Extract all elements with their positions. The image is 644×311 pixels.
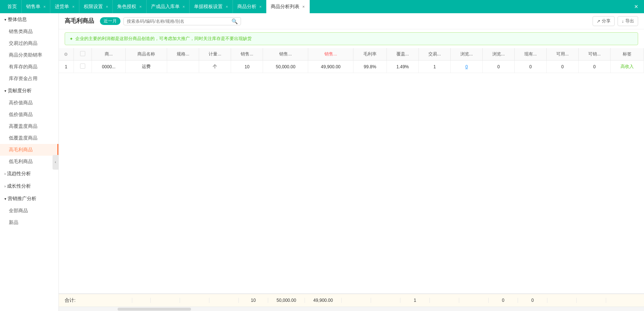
nav-tab-home[interactable]: 首页 [3,0,22,13]
sidebar-group-contribution[interactable]: ▾ 贡献度分析 [0,84,58,97]
browse1-link[interactable]: 0 [465,64,468,69]
col-settings[interactable]: ⚙ [59,48,73,61]
col-code[interactable]: 商... [92,48,126,61]
sidebar-item-category-sales-rate[interactable]: 商品分类助销率 [0,49,58,61]
sidebar-group-overall[interactable]: ▾ 整体信息 [0,13,58,26]
nav-tab-goods-analysis[interactable]: 商品分析 × [233,0,266,13]
col-sellable[interactable]: 可销... [579,48,611,61]
sidebar-item-low-coverage[interactable]: 低覆盖度商品 [0,132,58,144]
export-button[interactable]: ↓ 导出 [618,16,638,26]
cell-current-stock: 0 [515,61,547,73]
sidebar-item-stock-capital[interactable]: 库存资金占用 [0,73,58,84]
cell-available: 0 [547,61,579,73]
close-role-tab[interactable]: × [139,4,141,9]
sidebar-group-growth[interactable]: › 成长性分析 [0,180,58,192]
col-sales-qty[interactable]: 销售... [231,48,263,61]
nav-tab-role[interactable]: 角色授权 × [113,0,146,13]
nav-tab-sales[interactable]: 销售单 × [22,0,50,13]
col-name[interactable]: 商品名称 [126,48,167,61]
scrollbar-thumb[interactable] [118,308,191,311]
close-sales-tab[interactable]: × [43,4,46,9]
nav-tab-template-label: 单据模板设置 [194,3,223,10]
nav-tab-finished-goods[interactable]: 产成品入库单 × [147,0,190,13]
sidebar-item-traded-goods[interactable]: 交易过的商品 [0,37,58,49]
col-available[interactable]: 可用... [547,48,579,61]
col-checkbox [73,48,92,61]
page-title: 高毛利商品 [65,17,94,25]
cell-checkbox[interactable] [73,61,92,73]
sidebar-item-new-goods[interactable]: 新品 [0,217,58,228]
sidebar-item-low-margin[interactable]: 低毛利商品 [0,156,58,167]
close-goods-analysis-list-tab[interactable]: × [302,4,305,9]
share-button[interactable]: ↗ 分享 [593,16,615,26]
footer-cell-empty5 [209,298,239,303]
cell-unit: 个 [199,61,231,73]
col-gross-rate[interactable]: 毛利率 [353,48,387,61]
cell-sellable: 0 [579,61,611,73]
close-goods-analysis-tab[interactable]: × [259,4,262,9]
sidebar-group-overall-label: 整体信息 [8,16,27,23]
arrow-contribution: ▾ [4,89,6,93]
sidebar-item-low-value[interactable]: 低价值商品 [0,109,58,120]
nav-tab-sales-label: 销售单 [26,3,40,10]
cell-sales-profit: 49,900.00 [308,61,353,73]
col-sales-amount[interactable]: 销售... [263,48,308,61]
sidebar-item-high-coverage[interactable]: 高覆盖度商品 [0,120,58,132]
time-filter-button[interactable]: 近一月 [100,17,120,25]
col-sales-profit[interactable]: 销售... [308,48,353,61]
table-container: ⚙ 商... 商品名称 规格... 计量... 销售... 销售... 销售..… [59,48,644,293]
col-browse1[interactable]: 浏览... [451,48,483,61]
sidebar-group-trend[interactable]: › 流趋性分析 [0,167,58,180]
cell-tag: 高收入 [611,61,644,73]
header-checkbox[interactable] [80,51,85,56]
content-area: 高毛利商品 近一月 🔍 ↗ 分享 ↓ 导出 ✦ 企业的主要的利润都是这部分商品创… [59,13,644,311]
close-purchase-tab[interactable]: × [72,4,74,9]
sidebar-group-marketing[interactable]: ▾ 营销推广分析 [0,192,58,205]
footer-cell-empty7 [371,298,400,303]
data-table: ⚙ 商... 商品名称 规格... 计量... 销售... 销售... 销售..… [59,48,644,73]
cell-browse1[interactable]: 0 [451,61,483,73]
col-cover-rate[interactable]: 覆盖... [386,48,418,61]
col-unit[interactable]: 计量... [199,48,231,61]
nav-tab-template[interactable]: 单据模板设置 × [190,0,233,13]
close-template-tab[interactable]: × [226,4,228,9]
share-icon: ↗ [597,19,600,24]
col-tag[interactable]: 标签 [611,48,644,61]
arrow-trend: › [4,172,6,176]
footer-cell-empty6 [342,298,371,303]
footer-cell-transactions: 1 [400,298,430,303]
nav-tab-home-label: 首页 [7,3,17,10]
nav-tab-purchase[interactable]: 进货单 × [50,0,79,13]
footer-cell-sales-amount: 50,000.00 [268,298,305,303]
sidebar-collapse-button[interactable]: ‹ [53,155,58,170]
sidebar-item-all-goods[interactable]: 全部商品 [0,205,58,217]
col-spec[interactable]: 规格... [167,48,199,61]
col-current-stock[interactable]: 现有... [515,48,547,61]
footer-cell-empty2 [132,298,151,303]
export-icon: ↓ [622,19,624,24]
settings-icon[interactable]: ⚙ [64,52,68,57]
sidebar-group-contribution-label: 贡献度分析 [8,87,32,94]
footer-cells: 10 50,000.00 49,900.00 1 0 0 [118,298,644,303]
search-input[interactable] [127,19,230,24]
cell-name: 运费 [126,61,167,73]
cell-transactions: 1 [419,61,451,73]
share-label: 分享 [602,18,611,24]
sidebar-item-high-value[interactable]: 高价值商品 [0,97,58,109]
close-permission-tab[interactable]: × [106,4,108,9]
row-checkbox[interactable] [80,64,85,69]
sidebar-item-high-margin[interactable]: 高毛利商品 [0,144,58,156]
sidebar-item-in-stock-goods[interactable]: 有库存的商品 [0,61,58,73]
sidebar-item-sales-goods[interactable]: 销售类商品 [0,26,58,37]
arrow-marketing: ▾ [4,197,6,201]
col-transactions[interactable]: 交易... [419,48,451,61]
horizontal-scrollbar[interactable] [59,307,644,311]
nav-close-all[interactable]: × [631,3,641,11]
close-finished-goods-tab[interactable]: × [183,4,185,9]
nav-tab-role-label: 角色授权 [117,3,136,10]
footer-total-label: 合计: [59,297,118,304]
nav-tab-goods-analysis-list[interactable]: 商品分析列表 × [266,0,309,13]
col-browse2[interactable]: 浏览... [483,48,515,61]
nav-tab-permission[interactable]: 权限设置 × [79,0,113,13]
search-icon[interactable]: 🔍 [231,18,238,24]
